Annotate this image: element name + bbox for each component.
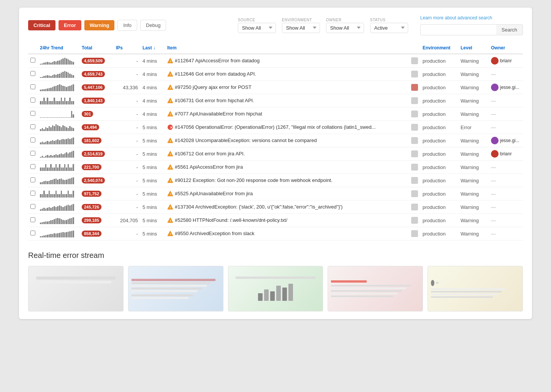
owner-select[interactable]: Show All [326,23,364,33]
search-input[interactable] [420,24,496,35]
mute-icon[interactable] [411,111,418,117]
realtime-card-3[interactable] [228,266,323,311]
row-checkbox[interactable] [30,231,35,236]
col-total[interactable]: Total [79,42,114,54]
item-cell[interactable]: ✕#147056 OperationalError: (OperationalE… [165,121,409,134]
mute-icon[interactable] [411,137,418,144]
mute-cell[interactable] [409,68,420,81]
row-checkbox[interactable] [30,217,35,222]
status-select[interactable]: Active Resolved [370,23,408,33]
total-cell[interactable]: 5,447,106 [79,81,114,94]
mute-icon[interactable] [411,217,418,224]
mute-icon[interactable] [411,204,418,210]
total-cell[interactable]: 2,540,074 [79,174,114,187]
item-link[interactable]: #90122 Exception: Got non-200 response c… [175,177,332,183]
total-cell[interactable]: 858,344 [79,227,114,240]
row-checkbox[interactable] [30,191,35,196]
item-cell[interactable]: !#112646 Got error from datadog API. [165,68,409,81]
item-link[interactable]: #112647 ApiAccessError from datadog [175,58,260,63]
realtime-card-4[interactable] [328,266,423,311]
row-checkbox[interactable] [30,111,35,116]
item-link[interactable]: #52580 HTTPNotFound: /.well-known/dnt-po… [175,217,287,223]
mute-icon[interactable] [411,71,418,77]
row-checkbox[interactable] [30,84,35,89]
total-cell[interactable]: 971,752 [79,187,114,201]
mute-cell[interactable] [409,174,420,187]
mute-cell[interactable] [409,121,420,134]
row-checkbox[interactable] [30,71,35,76]
total-cell[interactable]: 1,840,143 [79,94,114,107]
item-cell[interactable]: !#112647 ApiAccessError from datadog [165,54,409,68]
item-cell[interactable]: !#5525 ApiUnavailableError from jira [165,187,409,201]
item-link[interactable]: #9550 ArchivedException from slack [175,231,255,236]
item-cell[interactable]: !#90122 Exception: Got non-200 response … [165,174,409,187]
mute-icon[interactable] [411,150,418,157]
total-cell[interactable]: 299,185 [79,214,114,227]
item-cell[interactable]: !#106712 Got error from jira API. [165,147,409,161]
row-checkbox[interactable] [30,151,35,156]
mute-cell[interactable] [409,107,420,121]
mute-cell[interactable] [409,81,420,94]
advanced-search-link[interactable]: Learn more about advanced search [420,15,523,21]
error-filter-btn[interactable]: Error [59,20,81,30]
item-cell[interactable]: !#52580 HTTPNotFound: /.well-known/dnt-p… [165,214,409,227]
row-checkbox[interactable] [30,138,35,142]
item-cell[interactable]: !#142028 UncomparableException: versions… [165,134,409,147]
total-cell[interactable]: 4,659,509 [79,54,114,68]
mute-icon[interactable] [411,97,418,104]
mute-cell[interactable] [409,147,420,161]
item-link[interactable]: #142028 UncomparableException: versions … [175,138,317,143]
mute-cell[interactable] [409,54,420,68]
row-checkbox[interactable] [30,164,35,169]
realtime-card-5[interactable] [428,266,523,311]
item-link[interactable]: #5525 ApiUnavailableError from jira [175,191,253,196]
mute-cell[interactable] [409,134,420,147]
row-checkbox[interactable] [30,58,35,63]
total-cell[interactable]: 14,494 [79,121,114,134]
info-filter-btn[interactable]: Info [117,20,137,31]
item-link[interactable]: #106712 Got error from jira API. [175,151,245,156]
source-select[interactable]: Show All [238,23,276,33]
item-link[interactable]: #97250 jQuery ajax error for POST [175,84,252,90]
mute-cell[interactable] [409,161,420,174]
mute-cell[interactable] [409,214,420,227]
row-checkbox[interactable] [30,124,35,129]
mute-cell[interactable] [409,94,420,107]
mute-icon[interactable] [411,164,418,171]
mute-cell[interactable] [409,227,420,240]
total-cell[interactable]: 181,602 [79,134,114,147]
mute-icon[interactable] [411,230,418,237]
mute-cell[interactable] [409,187,420,201]
item-cell[interactable]: !#9550 ArchivedException from slack [165,227,409,240]
mute-icon[interactable] [411,124,418,131]
mute-icon[interactable] [411,190,418,197]
mute-cell[interactable] [409,201,420,214]
item-cell[interactable]: !#137304 ArchivedException: {'slack', 20… [165,201,409,214]
row-checkbox[interactable] [30,177,35,182]
row-checkbox[interactable] [30,204,35,209]
col-last[interactable]: Last ↓ [140,42,165,54]
item-cell[interactable]: !#7077 ApiUnavailableError from hipchat [165,107,409,121]
realtime-card-2[interactable] [128,266,223,311]
item-link[interactable]: #137304 ArchivedException: {'slack', 200… [175,204,343,210]
total-cell[interactable]: 2,514,819 [79,147,114,161]
total-cell[interactable]: 4,659,743 [79,68,114,81]
row-checkbox[interactable] [30,98,35,103]
col-ips[interactable]: IPs [114,42,140,54]
warning-filter-btn[interactable]: Warning [84,20,115,30]
item-link[interactable]: #147056 OperationalError: (OperationalEr… [175,124,376,130]
mute-icon[interactable] [411,57,418,64]
item-link[interactable]: #7077 ApiUnavailableError from hipchat [175,111,262,117]
item-link[interactable]: #112646 Got error from datadog API. [175,71,256,77]
item-link[interactable]: #5561 ApiAccessError from jira [175,164,243,170]
item-cell[interactable]: !#97250 jQuery ajax error for POST [165,81,409,94]
total-cell[interactable]: 245,726 [79,201,114,214]
mute-icon[interactable] [411,177,418,184]
item-cell[interactable]: !#106731 Got error from hipchat API. [165,94,409,107]
debug-filter-btn[interactable]: Debug [140,20,166,31]
total-cell[interactable]: 301 [79,107,114,121]
item-link[interactable]: #106731 Got error from hipchat API. [175,98,254,103]
item-cell[interactable]: !#5561 ApiAccessError from jira [165,161,409,174]
col-trend[interactable]: 24hr Trend [38,42,79,54]
environment-select[interactable]: Show All [282,23,320,33]
